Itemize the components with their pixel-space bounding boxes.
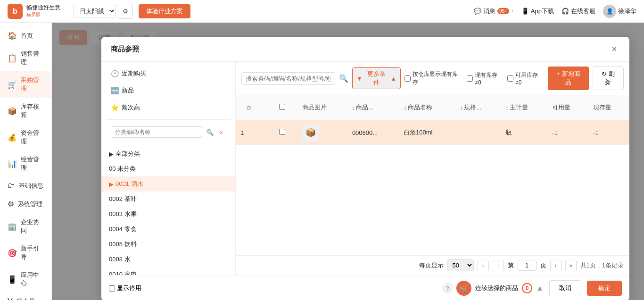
product-search-input[interactable]: [241, 72, 335, 85]
cat-arrow-all: ▶: [109, 150, 114, 158]
settings-button[interactable]: ⚙: [118, 4, 133, 19]
sidebar-item-appcenter[interactable]: 📱 应用中心: [0, 266, 51, 292]
td-unit: 瓶: [501, 120, 547, 145]
prev-page-button[interactable]: ‹: [493, 260, 504, 271]
cart-button[interactable]: 🛒: [456, 281, 471, 296]
th-spec[interactable]: ↕ 规格...: [455, 95, 501, 120]
newbie-icon: 🎯: [8, 249, 17, 258]
message-item[interactable]: 💬 消息 99+ +: [474, 7, 514, 16]
cat-arrow-0001: ▶: [109, 181, 114, 188]
purchase-icon: 🛒: [8, 80, 17, 89]
th-available: 可用量: [547, 95, 588, 120]
filter-button[interactable]: ▼ 更多条件 ▲: [352, 67, 401, 89]
column-settings-icon[interactable]: ⚙: [240, 99, 257, 116]
cart-count: 0: [522, 283, 532, 293]
category-search-input[interactable]: [111, 126, 203, 138]
cat-item-0008[interactable]: 0008 水: [101, 252, 235, 267]
td-code: 000600...: [347, 120, 399, 145]
checkbox-available[interactable]: 可用库存≠0: [507, 71, 544, 86]
quick-btn-recent[interactable]: 🕐 近期购买: [106, 67, 231, 81]
th-settings: ⚙: [236, 95, 274, 120]
sort-icon-code: ↕: [352, 104, 355, 111]
sidebar-item-operation[interactable]: 📊 经营管理: [0, 150, 51, 177]
cart-label: 连续选择的商品: [475, 284, 518, 292]
confirm-button[interactable]: 确定: [587, 281, 622, 296]
row-checkbox[interactable]: [279, 129, 285, 135]
sidebar-item-finance[interactable]: 💰 资金管理: [0, 124, 51, 150]
last-page-button[interactable]: »: [565, 260, 577, 271]
td-name: 白酒100ml: [399, 120, 455, 145]
left-panel: 🕐 近期购买 🆕 新品 ⭐ 频次高: [101, 62, 236, 275]
page-number-input[interactable]: [518, 260, 537, 271]
modal-title: 商品参照: [111, 45, 139, 54]
select-all-checkbox[interactable]: [279, 104, 285, 110]
finance-icon: 💰: [8, 133, 17, 142]
per-page-select[interactable]: 50 10 20 100: [447, 259, 474, 271]
user-item[interactable]: 👤 徐泽华: [603, 5, 636, 18]
first-page-button[interactable]: «: [478, 260, 489, 271]
available-checkbox[interactable]: [507, 75, 513, 82]
recent-icon: 🕐: [111, 70, 119, 77]
add-product-button[interactable]: + 新增商品: [548, 67, 589, 90]
experience-button[interactable]: 体验行业方案: [139, 4, 190, 18]
existing-checkbox[interactable]: [467, 75, 473, 82]
sidebar-item-basic[interactable]: 🗂 基础信息: [0, 177, 51, 195]
message-badge: 99+: [497, 8, 509, 14]
next-page-button[interactable]: ›: [550, 260, 561, 271]
cat-item-0002[interactable]: 0002 茶叶: [101, 192, 235, 207]
cat-item-00[interactable]: 00 未分类: [101, 161, 235, 176]
store-select-area: 日太阳膜 ⚙ 体验行业方案: [74, 4, 190, 19]
cat-item-0003[interactable]: 0003 水果: [101, 207, 235, 222]
collapse-cart-button[interactable]: ▲: [536, 284, 544, 292]
store-select[interactable]: 日太阳膜: [74, 5, 116, 17]
th-code[interactable]: ↕ 商品...: [347, 95, 399, 120]
cat-item-0010[interactable]: 0010 家电: [101, 267, 235, 275]
quick-btn-frequent[interactable]: ⭐ 频次高: [106, 100, 231, 115]
td-seq: 1: [236, 120, 274, 145]
th-unit[interactable]: ↕ 主计量: [501, 95, 547, 120]
show-disabled-checkbox[interactable]: [109, 285, 115, 292]
logo-icon: b: [8, 4, 23, 19]
th-check: [274, 95, 297, 120]
sidebar-item-newbie[interactable]: 🎯 新手引导: [0, 240, 51, 266]
cat-item-0005[interactable]: 0005 饮料: [101, 237, 235, 252]
cat-item-0004[interactable]: 0004 零食: [101, 222, 235, 237]
sidebar-item-enterprise[interactable]: 🏢 企业协同: [0, 213, 51, 240]
category-search-icon[interactable]: 🔍: [206, 129, 214, 136]
footer-show-disabled[interactable]: 显示停用: [109, 284, 141, 292]
modal-header: 商品参照 ×: [101, 37, 629, 62]
sidebar-item-purchase[interactable]: 🛒 采购管理: [0, 71, 51, 98]
main-layout: 🏠 首页 📋 销售管理 🛒 采购管理 📦 库存核算 💰 资金管理 📊 经营管理 …: [0, 23, 644, 300]
table-row[interactable]: 1 📦 000600... 白酒100ml: [236, 120, 629, 145]
product-table: ⚙ 商品图片: [236, 95, 629, 145]
app-download-item[interactable]: 📱 App下载: [521, 7, 554, 16]
quick-btn-new[interactable]: 🆕 新品: [106, 83, 231, 98]
cancel-button[interactable]: 取消: [549, 280, 581, 296]
cat-item-0001[interactable]: ▶ 0001 酒水: [101, 176, 235, 192]
warehouse-checkbox[interactable]: [405, 75, 411, 82]
sidebar-item-system[interactable]: ⚙ 系统管理: [0, 195, 51, 213]
system-icon: ⚙: [8, 200, 14, 208]
cat-item-all[interactable]: ▶ 全部分类: [101, 146, 235, 161]
modal-close-button[interactable]: ×: [609, 43, 620, 55]
page-suffix: 页: [540, 261, 546, 270]
td-image: 📦: [297, 120, 347, 145]
online-service-item[interactable]: 🎧 在线客服: [561, 7, 595, 16]
th-name[interactable]: ↕ 商品名称: [399, 95, 455, 120]
sidebar-item-member[interactable]: V 畅会员: [0, 292, 51, 300]
table-body: 1 📦 000600... 白酒100ml: [236, 120, 629, 145]
checkbox-warehouse[interactable]: 按仓库显示现有库存: [405, 70, 463, 86]
sidebar-item-sales[interactable]: 📋 销售管理: [0, 45, 51, 71]
sidebar-item-stock[interactable]: 📦 库存核算: [0, 98, 51, 124]
help-icon[interactable]: ?: [442, 283, 453, 293]
checkbox-existing[interactable]: 现有库存≠0: [467, 71, 504, 86]
top-navigation: b 畅捷通好生意 猫员版 日太阳膜 ⚙ 体验行业方案 💬 消息 99+ + 📱 …: [0, 0, 644, 23]
table-header-row: ⚙ 商品图片: [236, 95, 629, 120]
sidebar: 🏠 首页 📋 销售管理 🛒 采购管理 📦 库存核算 💰 资金管理 📊 经营管理 …: [0, 23, 52, 300]
basic-icon: 🗂: [8, 182, 15, 190]
th-stock: 现存量: [588, 95, 629, 120]
collapse-button[interactable]: «: [216, 127, 226, 137]
sidebar-item-home[interactable]: 🏠 首页: [0, 26, 51, 45]
product-search-icon[interactable]: 🔍: [339, 74, 348, 83]
refresh-modal-button[interactable]: ↻ 刷新: [593, 67, 624, 90]
